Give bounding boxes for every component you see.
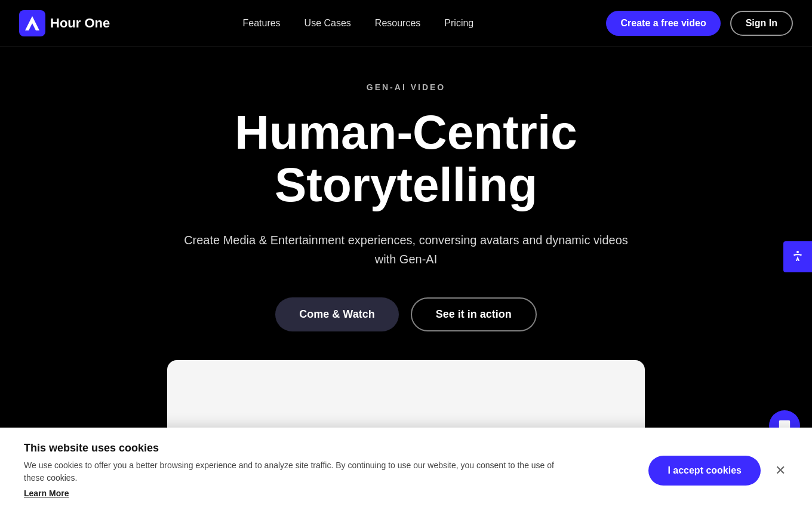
hero-tag: GEN-AI VIDEO — [24, 82, 788, 92]
accessibility-icon — [791, 250, 805, 264]
cookie-banner: This website uses cookies We use cookies… — [0, 428, 812, 513]
hero-title: Human-Centric Storytelling — [137, 106, 675, 211]
logo-text: Hour One — [50, 16, 110, 31]
cookie-close-button[interactable]: ✕ — [773, 460, 788, 481]
accessibility-button[interactable] — [783, 241, 812, 272]
hour-one-logo-icon — [19, 10, 45, 36]
cookie-learn-more-button[interactable]: Learn More — [24, 489, 69, 498]
come-and-watch-button[interactable]: Come & Watch — [275, 297, 398, 331]
cookie-title: This website uses cookies — [24, 442, 561, 454]
nav-pricing[interactable]: Pricing — [444, 18, 473, 28]
see-it-in-action-button[interactable]: See it in action — [411, 297, 537, 331]
create-free-video-button[interactable]: Create a free video — [606, 11, 720, 36]
cookie-description: We use cookies to offer you a better bro… — [24, 459, 561, 484]
nav-links: Features Use Cases Resources Pricing — [242, 18, 473, 29]
cookie-actions: I accept cookies ✕ — [648, 456, 788, 486]
accept-cookies-button[interactable]: I accept cookies — [648, 456, 761, 486]
cookie-text-section: This website uses cookies We use cookies… — [24, 442, 561, 499]
nav-resources[interactable]: Resources — [375, 18, 420, 28]
nav-features[interactable]: Features — [242, 18, 280, 28]
navbar: Hour One Features Use Cases Resources Pr… — [0, 0, 812, 47]
hero-buttons: Come & Watch See it in action — [24, 297, 788, 331]
logo-link[interactable]: Hour One — [19, 10, 110, 36]
svg-point-3 — [796, 251, 799, 253]
hero-subtitle: Create Media & Entertainment experiences… — [179, 231, 633, 269]
sign-in-button[interactable]: Sign In — [730, 11, 793, 36]
nav-actions: Create a free video Sign In — [606, 11, 793, 36]
nav-use-cases[interactable]: Use Cases — [304, 18, 351, 28]
